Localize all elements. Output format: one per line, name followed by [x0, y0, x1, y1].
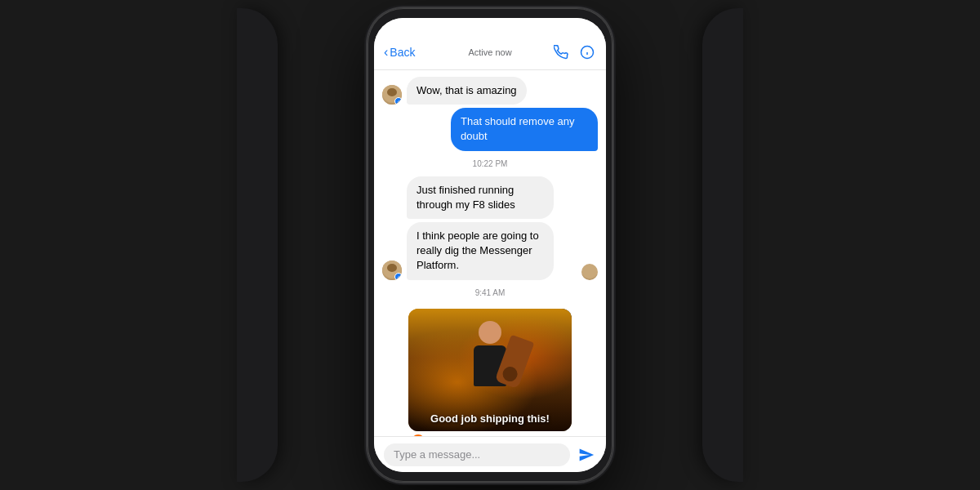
sent-message-text: That should remove any doubt — [461, 115, 574, 142]
input-placeholder: Type a message... — [394, 448, 480, 461]
send-button[interactable] — [577, 445, 596, 465]
timestamp-2: 9:41 AM — [382, 288, 598, 297]
right-phone-partial — [702, 8, 743, 482]
avatar — [382, 85, 402, 105]
timestamp: 10:22 PM — [382, 159, 598, 168]
phone-screen: ‹ Back Active now — [374, 18, 606, 472]
figure-body — [474, 345, 506, 386]
message-text: I think people are going to really dig t… — [416, 229, 539, 271]
back-label[interactable]: Back — [390, 46, 415, 59]
scene: ‹ Back Active now — [0, 0, 980, 490]
timestamp-text-2: 9:41 AM — [475, 288, 506, 297]
active-status: Active now — [468, 47, 511, 57]
input-area: Type a message... — [374, 436, 606, 472]
message-input[interactable]: Type a message... — [384, 443, 570, 466]
back-button[interactable]: ‹ Back — [384, 45, 415, 60]
card-message: Good job shipping this! JibJab Reply — [382, 309, 598, 437]
nav-center: Active now — [468, 47, 511, 57]
left-phone-partial — [237, 8, 278, 482]
nav-header: ‹ Back Active now — [374, 34, 606, 70]
phone-device: ‹ Back Active now — [368, 8, 612, 482]
nav-icons — [552, 43, 596, 61]
messages-area: Wow, that is amazing That should remove … — [374, 70, 606, 436]
status-bar — [374, 18, 606, 34]
message-row: Wow, that is amazing — [382, 77, 598, 105]
chevron-left-icon: ‹ — [384, 45, 388, 60]
message-bubble: I think people are going to really dig t… — [407, 222, 554, 280]
avatar-badge — [394, 273, 402, 280]
message-row: Just finished running through my F8 slid… — [382, 176, 598, 219]
avatar — [382, 261, 402, 280]
sent-bubble: That should remove any doubt — [451, 108, 598, 150]
message-row-sent: That should remove any doubt — [382, 108, 598, 150]
gif-caption: Good job shipping this! — [408, 412, 572, 425]
message-bubble: Wow, that is amazing — [407, 77, 527, 105]
read-receipt-avatar — [581, 264, 598, 280]
info-icon[interactable] — [578, 43, 596, 61]
phone-icon[interactable] — [552, 43, 570, 61]
message-text: Just finished running through my F8 slid… — [416, 184, 515, 211]
message-row: I think people are going to really dig t… — [382, 222, 598, 280]
figure-head — [479, 321, 501, 344]
message-text: Wow, that is amazing — [416, 84, 517, 96]
timestamp-text: 10:22 PM — [473, 159, 508, 168]
message-bubble: Just finished running through my F8 slid… — [407, 176, 554, 219]
guitar-figure — [453, 321, 527, 411]
gif-container: Good job shipping this! — [408, 309, 572, 431]
avatar-badge — [394, 97, 402, 105]
